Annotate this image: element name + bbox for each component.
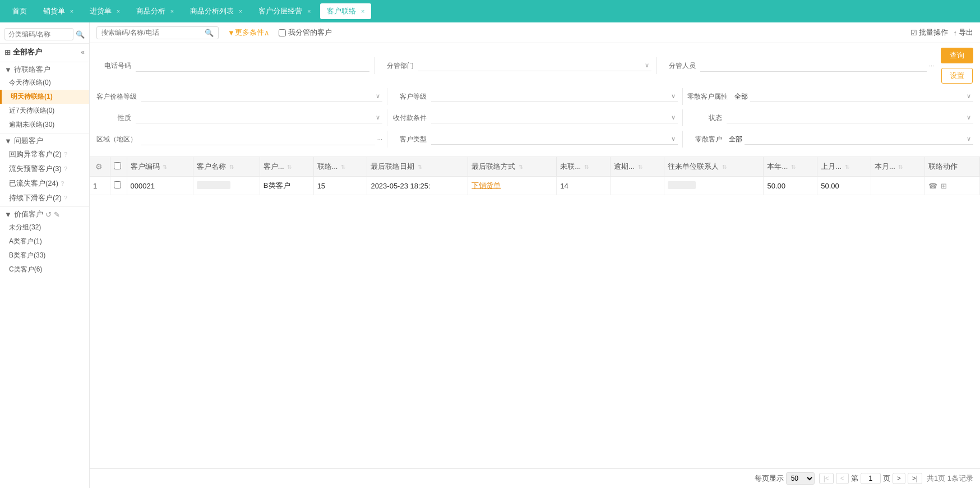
- prev-page-btn[interactable]: <: [836, 473, 849, 484]
- sidebar: 🔍 ⊞ 全部客户 « ▼ 待联络客户 今天待联络(0) 明天待联络(1) 近7天…: [0, 22, 90, 488]
- nav-customer-contact[interactable]: 客户联络 ×: [320, 3, 371, 19]
- search-input[interactable]: [101, 29, 202, 36]
- arrow-down-icon-2: ▼: [4, 137, 12, 145]
- row-contact-count: 15: [313, 177, 367, 195]
- sidebar-item-7days[interactable]: 近7天待联络(0): [0, 104, 89, 118]
- retail-attr-select[interactable]: ∨: [750, 91, 973, 102]
- filter-row-1: 电话号码 分管部门 ∨ 分管人员 ···: [96, 48, 973, 84]
- sidebar-collapse-icon[interactable]: «: [81, 48, 85, 56]
- edit-icon[interactable]: ✎: [54, 210, 60, 219]
- more-icon[interactable]: ···: [929, 62, 934, 69]
- retail-customer-chevron: ∨: [967, 135, 971, 142]
- row-last-date: 2023-05-23 18:25:: [367, 177, 468, 195]
- action-grid-icon[interactable]: ⊞: [941, 182, 947, 190]
- region-more-icon[interactable]: ···: [377, 136, 382, 142]
- sidebar-search-input[interactable]: [4, 28, 73, 40]
- sort-icon-last-method[interactable]: ⇅: [519, 164, 523, 170]
- my-customer-checkbox[interactable]: [279, 29, 286, 36]
- nav-customer-contact-close[interactable]: ×: [361, 8, 364, 15]
- sidebar-item-declining[interactable]: 持续下滑客户(2) ?: [0, 191, 89, 205]
- retail-customer-select[interactable]: ∨: [745, 133, 973, 145]
- select-all-checkbox[interactable]: [114, 162, 121, 169]
- batch-icon: ☑: [910, 29, 917, 37]
- last-page-btn[interactable]: >|: [908, 473, 922, 484]
- sidebar-item-overdue[interactable]: 逾期未联络(30): [0, 118, 89, 132]
- search-icon[interactable]: 🔍: [205, 29, 214, 37]
- phone-input[interactable]: [136, 60, 369, 72]
- nav-home[interactable]: 首页: [6, 3, 34, 19]
- payment-select[interactable]: ∨: [431, 112, 678, 123]
- export-btn[interactable]: ↑ 导出: [954, 27, 974, 38]
- sidebar-item-ungrouped[interactable]: 未分组(32): [0, 220, 89, 234]
- sidebar-item-today[interactable]: 今天待联络(0): [0, 76, 89, 90]
- sidebar-item-a-class[interactable]: A类客户(1): [0, 234, 89, 248]
- sidebar-item-churned[interactable]: 已流失客户(24) ?: [0, 176, 89, 191]
- page-number-input[interactable]: [861, 473, 881, 484]
- sidebar-search-icon[interactable]: 🔍: [76, 30, 85, 39]
- sidebar-item-b-class[interactable]: B类客户(33): [0, 248, 89, 263]
- person-input[interactable]: [700, 60, 927, 72]
- sidebar-item-c-class[interactable]: C类客户(6): [0, 263, 89, 277]
- col-last-date: 最后联络日期 ⇅: [367, 157, 468, 177]
- nav-sales-close[interactable]: ×: [70, 8, 73, 15]
- batch-operation-btn[interactable]: ☑ 批量操作: [910, 27, 948, 38]
- dept-select[interactable]: ∨: [418, 60, 652, 71]
- search-box: 🔍: [96, 26, 219, 39]
- page-size-select[interactable]: 50 100 200: [786, 472, 815, 485]
- next-page-btn[interactable]: >: [893, 473, 905, 484]
- region-input[interactable]: [141, 133, 375, 145]
- customer-grade-select[interactable]: ∨: [431, 91, 678, 102]
- sidebar-all-customers[interactable]: ⊞ 全部客户 «: [0, 44, 89, 61]
- sidebar-item-churn-warning[interactable]: 流失预警客户(3) ?: [0, 162, 89, 176]
- sort-icon-last-month[interactable]: ⇅: [845, 164, 849, 170]
- price-grade-select[interactable]: ∨: [141, 91, 382, 102]
- col-name: 客户名称 ⇅: [193, 157, 260, 177]
- sort-icon-code[interactable]: ⇅: [163, 164, 167, 170]
- sidebar-item-repurchase-anomaly[interactable]: 回购异常客户(2) ?: [0, 147, 89, 162]
- table-header-row: ⚙ 客户编码 ⇅ 客户名称 ⇅: [90, 157, 980, 177]
- table-row: 1 000021 B类客户 15 2023-05-23 18:25: 下销货单: [90, 177, 980, 195]
- action-phone-icon[interactable]: ☎: [928, 182, 937, 190]
- filter-region: 区域（地区） ···: [96, 133, 382, 145]
- column-settings-icon[interactable]: ⚙: [93, 161, 105, 172]
- nav-purchase-close[interactable]: ×: [117, 8, 120, 15]
- refresh-icon[interactable]: ↺: [45, 210, 52, 219]
- last-method-link[interactable]: 下销货单: [471, 181, 501, 190]
- payment-chevron: ∨: [671, 114, 676, 121]
- status-chevron: ∨: [967, 114, 971, 121]
- customer-type-select[interactable]: ∨: [431, 133, 678, 145]
- sort-icon-this-month[interactable]: ⇅: [898, 164, 903, 170]
- nav-product-analysis[interactable]: 商品分析 ×: [130, 3, 181, 19]
- row-checkbox[interactable]: [114, 181, 121, 188]
- nav-customer-tier[interactable]: 客户分层经营 ×: [252, 3, 317, 19]
- sort-icon-type[interactable]: ⇅: [287, 164, 292, 170]
- section-pending-contact: ▼ 待联络客户: [0, 62, 89, 76]
- nav-customer-tier-close[interactable]: ×: [307, 8, 311, 15]
- col-unit-contact: 往来单位联系人 ⇅: [664, 157, 764, 177]
- sort-icon-contact[interactable]: ⇅: [341, 164, 345, 170]
- nature-select[interactable]: ∨: [136, 112, 382, 123]
- sort-icon-name[interactable]: ⇅: [229, 164, 234, 170]
- sort-icon-no-contact[interactable]: ⇅: [584, 164, 589, 170]
- filter-customer-type: 客户类型 ∨: [392, 133, 678, 145]
- col-this-month: 本月... ⇅: [871, 157, 924, 177]
- nav-sales[interactable]: 销货单 ×: [36, 3, 80, 19]
- more-filter-btn[interactable]: ▼ 更多条件 ∧: [223, 26, 274, 39]
- first-page-btn[interactable]: |<: [819, 473, 834, 484]
- pagination: 每页显示 50 100 200 |< < 第 页 > >| 共1页 1条记录: [90, 468, 980, 488]
- sidebar-item-tomorrow[interactable]: 明天待联络(1): [0, 90, 89, 104]
- nav-product-list-close[interactable]: ×: [239, 8, 242, 15]
- nav-purchase[interactable]: 进货单 ×: [83, 3, 127, 19]
- sort-icon-last-date[interactable]: ⇅: [418, 164, 422, 170]
- set-btn[interactable]: 设置: [941, 68, 973, 84]
- page-size-area: 每页显示 50 100 200: [755, 472, 815, 485]
- status-select[interactable]: ∨: [727, 112, 973, 123]
- filter-nature: 性质 ∨: [96, 112, 382, 123]
- nav-product-analysis-close[interactable]: ×: [170, 8, 174, 15]
- nav-product-analysis-list[interactable]: 商品分析列表 ×: [183, 3, 249, 19]
- sort-icon-year[interactable]: ⇅: [791, 164, 796, 170]
- query-btn[interactable]: 查询: [941, 48, 973, 63]
- sort-icon-overdue[interactable]: ⇅: [638, 164, 642, 170]
- my-customer-checkbox-area[interactable]: 我分管的客户: [279, 27, 332, 38]
- sort-icon-unit[interactable]: ⇅: [722, 164, 727, 170]
